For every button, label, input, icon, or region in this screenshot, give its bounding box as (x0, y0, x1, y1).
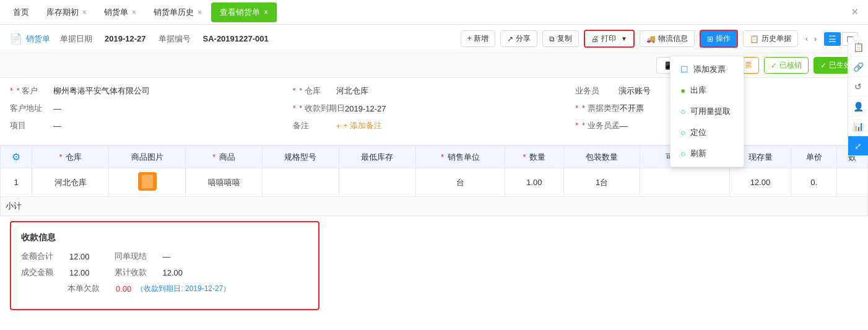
tab-inventory-close[interactable]: × (82, 8, 87, 17)
cell-price: 0. (791, 168, 837, 197)
payment-row-2: 成交金额 12.00 累计收款 12.00 (21, 267, 308, 278)
actions-label: 操作 (716, 33, 731, 44)
cell-amount (837, 168, 868, 197)
plus-icon: + (336, 121, 341, 131)
history-icon: 📋 (750, 35, 759, 43)
project-field: 项目 — (10, 120, 293, 131)
ticket-type-value: 不开票 (620, 103, 644, 114)
outbound-label: 出库 (690, 85, 706, 96)
new-button[interactable]: + 新增 (461, 30, 495, 47)
dropdown-locate[interactable]: ○ 定位 (671, 122, 744, 143)
history-button[interactable]: 📋 历史单据 (743, 30, 798, 47)
customer-label: * * 客户 (10, 85, 53, 97)
payment-total-label: 金额合计 (21, 251, 64, 262)
print-icon: 🖨 (591, 35, 599, 43)
customer-field: * * 客户 柳州粤港平安气体有限公司 (10, 85, 293, 97)
doc-meta: 单据日期 2019-12-27 单据编号 SA-20191227-001 (60, 33, 269, 45)
col-settings[interactable]: ⚙ (1, 146, 32, 168)
invoice-icon: ☐ (680, 64, 688, 74)
cell-available (640, 168, 730, 197)
tab-sales-history-close[interactable]: × (197, 8, 202, 17)
col-image: 商品图片 (109, 146, 186, 168)
right-icon-clipboard[interactable]: 📋 (848, 37, 868, 57)
tab-sales-order-close[interactable]: × (132, 8, 136, 17)
sales-person-label: * * 业务员孟 (575, 120, 619, 131)
next-arrow[interactable]: › (812, 33, 819, 45)
cell-qty: 1.00 (505, 168, 563, 197)
refresh-icon: ○ (680, 149, 685, 158)
cumulative-item: 累计收款 12.00 (115, 267, 183, 278)
address-value: — (53, 104, 61, 113)
doc-type-label: 销货单 (26, 33, 50, 45)
check-circle-icon: ✓ (771, 61, 777, 70)
right-icon-user[interactable]: 👤 (848, 97, 868, 116)
deal-amount-label: 成交金额 (21, 267, 64, 278)
locate-icon: ○ (680, 128, 685, 137)
gear-icon[interactable]: ⚙ (12, 152, 20, 162)
cumulative-value: 12.00 (163, 268, 183, 277)
dropdown-available-qty[interactable]: ○ 可用量提取 (671, 101, 744, 122)
add-note-label: + 添加备注 (343, 120, 382, 131)
dropdown-outbound[interactable]: ● 出库 (671, 80, 744, 101)
tab-view-sales-order[interactable]: 查看销货单 × (211, 2, 277, 22)
doc-number-label: 单据编号 (158, 33, 191, 45)
tab-home[interactable]: 首页 (5, 2, 37, 22)
review-button[interactable]: ✓ 已核销 (764, 57, 809, 74)
subtotal-row: 小计 (1, 197, 868, 216)
right-icon-refresh[interactable]: ↺ (848, 77, 868, 97)
window-close-button[interactable]: × (846, 3, 863, 21)
payment-row-3: 本单欠款 0.00 （收款到期日: 2019-12-27） (21, 283, 308, 294)
doc-date-label: 单据日期 (60, 33, 92, 45)
logistics-label: 物流信息 (658, 33, 688, 44)
tab-bar: 首页 库存期初 × 销货单 × 销货单历史 × 查看销货单 × × (0, 0, 868, 25)
dropdown-add-invoice[interactable]: ☐ 添加发票 (671, 59, 744, 80)
product-thumbnail (138, 172, 157, 191)
share-button[interactable]: ↗ 分享 (500, 30, 537, 47)
note-label: 备注 (293, 120, 336, 131)
document-header: 📄 销货单 单据日期 2019-12-27 单据编号 SA-20191227-0… (0, 25, 868, 53)
tab-inventory-init[interactable]: 库存期初 × (38, 2, 95, 22)
prev-arrow[interactable]: ‹ (803, 33, 810, 45)
col-product: * 商品 (186, 146, 263, 168)
cumulative-label: 累计收款 (115, 267, 158, 278)
right-icon-link[interactable]: 🔗 (848, 57, 868, 77)
tab-sales-history[interactable]: 销货单历史 × (145, 2, 210, 22)
due-payment-value: 0.00 (116, 284, 131, 293)
cell-pkg-qty: 1台 (563, 168, 640, 197)
actions-button[interactable]: ⊞ 操作 (700, 30, 738, 48)
doc-type-badge: 📄 销货单 (10, 33, 50, 45)
dropdown-refresh[interactable]: ○ 刷新 (671, 143, 744, 164)
warehouse-required-star: * (293, 86, 296, 95)
deal-amount-item: 成交金额 12.00 (21, 267, 90, 278)
payment-total-value: 12.00 (69, 252, 90, 261)
logistics-icon: 🚚 (646, 35, 656, 43)
add-note-button[interactable]: + + 添加备注 (336, 120, 383, 131)
available-qty-icon: ○ (680, 106, 685, 116)
same-order-label: 同单现结 (115, 251, 158, 262)
doc-date-value: 2019-12-27 (105, 34, 146, 43)
payment-row-1: 金额合计 12.00 同单现结 — (21, 251, 308, 262)
tab-highlight-close[interactable]: × (264, 8, 268, 17)
deal-amount-value: 12.00 (69, 268, 90, 277)
history-label: 历史单据 (762, 33, 791, 44)
effective-check-icon: ✓ (820, 61, 827, 70)
copy-button[interactable]: ⧉ 复制 (542, 30, 579, 47)
project-label: 项目 (10, 120, 53, 131)
table-row: 1 河北仓库 嘻嘻嘻嘻 台 1.00 1台 12.00 0. (1, 168, 868, 197)
warehouse-label: * * 仓库 (293, 85, 336, 97)
note-field: 备注 + + 添加备注 (293, 120, 576, 131)
tab-sales-order[interactable]: 销货单 × (96, 2, 144, 22)
right-icon-expand[interactable]: ⤢ (848, 136, 868, 156)
ticket-type-label: * * 票据类型 (575, 103, 619, 114)
print-button[interactable]: 🖨 打印 ▼ (584, 30, 635, 48)
copy-icon: ⧉ (549, 35, 555, 43)
col-min-stock: 最低库存 (339, 146, 415, 168)
right-panel-icons: 📋 🔗 ↺ 👤 📊 ⤢ (848, 37, 868, 156)
address-label: 客户地址 (10, 103, 53, 114)
logistics-button[interactable]: 🚚 物流信息 (640, 30, 695, 47)
right-icon-chart[interactable]: 📊 (848, 116, 868, 136)
actions-grid-icon: ⊞ (707, 35, 713, 43)
list-view-button[interactable]: ☰ (824, 32, 841, 46)
employee-value: 演示账号 (618, 85, 651, 97)
payment-date-star: * (293, 103, 296, 113)
